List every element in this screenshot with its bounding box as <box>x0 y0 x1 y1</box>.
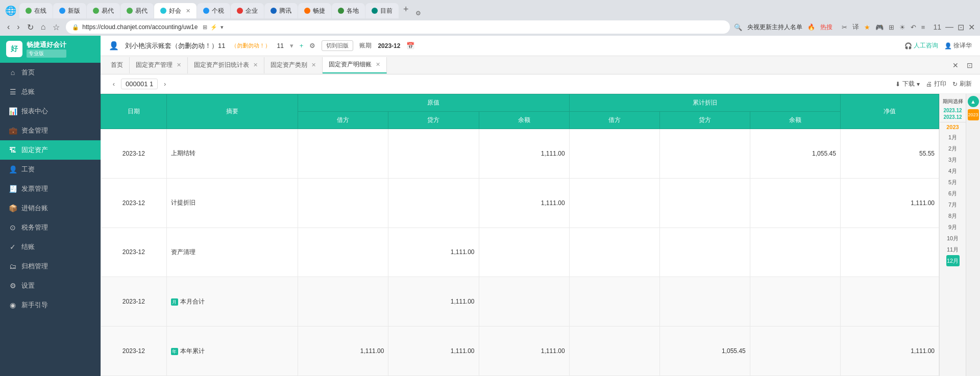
home-icon: ⌂ <box>8 68 17 77</box>
month-12[interactable]: 12月 <box>946 255 960 266</box>
month-3[interactable]: 3月 <box>946 154 960 165</box>
download-dropdown-icon[interactable]: ▾ <box>917 81 920 88</box>
close-all-tabs-button[interactable]: ✕ <box>949 59 962 71</box>
sidebar-item-funds[interactable]: 💼 资金管理 <box>0 121 101 140</box>
sidebar-item-home[interactable]: ⌂ 首页 <box>0 63 101 82</box>
browser-tab-qiye[interactable]: 企业 <box>231 3 264 18</box>
sidebar-item-label: 工资 <box>21 165 35 174</box>
browser-tab-gedi[interactable]: 各地 <box>332 3 365 18</box>
browser-tab-online[interactable]: 在线 <box>19 3 53 18</box>
switch-version-button[interactable]: 切到旧版 <box>322 40 353 51</box>
month-7[interactable]: 7月 <box>946 199 960 210</box>
account-dropdown-icon[interactable]: ▾ <box>290 42 293 49</box>
cell-orig-debit: 1,111.00 <box>298 327 388 376</box>
inventory-icon: 📦 <box>8 204 17 212</box>
service-button[interactable]: 🎧 人工咨询 <box>904 41 938 50</box>
menu-icon[interactable]: ≡ <box>921 23 925 31</box>
print-button[interactable]: 🖨 打印 <box>926 80 946 88</box>
tab-close-icon[interactable]: ✕ <box>376 61 380 68</box>
tab-close-icon[interactable]: ✕ <box>186 8 190 14</box>
bookmark-button[interactable]: ☆ <box>51 21 62 33</box>
sidebar-item-invoice[interactable]: 🧾 发票管理 <box>0 179 101 198</box>
prev-record-button[interactable]: ‹ <box>109 79 119 89</box>
user-button[interactable]: 👤 徐译华 <box>944 41 972 50</box>
cell-net-value: 55.55 <box>840 129 939 179</box>
browser-tab-yidai2[interactable]: 易代 <box>120 3 154 18</box>
browser-tab-geshui[interactable]: 个税 <box>197 3 230 18</box>
tab-label: 目前 <box>380 7 393 15</box>
app-tab-fixed-category[interactable]: 固定资产类别 ✕ <box>264 57 323 73</box>
sidebar-item-payroll[interactable]: 👤 工资 <box>0 160 101 179</box>
sidebar-item-fixed-assets[interactable]: 🏗 固定资产 <box>0 140 101 160</box>
sidebar-item-label: 设置 <box>21 281 35 290</box>
sidebar-item-settings[interactable]: ⚙ 设置 <box>0 276 101 295</box>
undo-icon: ↶ <box>911 23 916 31</box>
next-record-button[interactable]: › <box>160 79 170 89</box>
sidebar-item-closing[interactable]: ✓ 结账 <box>0 237 101 257</box>
expand-tabs-button[interactable]: ⊡ <box>964 59 976 71</box>
cell-accum-debit <box>569 327 659 376</box>
settings-gear-icon[interactable]: ⚙ <box>309 42 315 49</box>
year-2023-badge[interactable]: 2023 <box>968 109 979 120</box>
app-tab-fixed-mgmt[interactable]: 固定资产管理 ✕ <box>130 57 188 73</box>
sidebar-item-tax[interactable]: ⊙ 税务管理 <box>0 218 101 237</box>
th-accum-debit: 借方 <box>569 112 659 129</box>
refresh-button[interactable]: ↻ 刷新 <box>952 80 972 88</box>
month-2[interactable]: 2月 <box>946 143 960 154</box>
browser-tab-tencent[interactable]: 腾讯 <box>264 3 298 18</box>
grid-icon: ⊞ <box>889 23 894 31</box>
home-button[interactable]: ⌂ <box>39 21 48 33</box>
monthly-total-icon: 月 <box>171 298 178 306</box>
app-tab-home[interactable]: 首页 <box>105 57 130 73</box>
sidebar-item-inventory[interactable]: 📦 进销台账 <box>0 198 101 218</box>
minimize-button[interactable]: — <box>945 22 953 32</box>
back-button[interactable]: ‹ <box>5 21 12 33</box>
sidebar-item-reports[interactable]: 📊 报表中心 <box>0 102 101 121</box>
search-text[interactable]: 央视更新主持人名单 <box>747 23 802 32</box>
calendar-icon[interactable]: 📅 <box>406 42 414 49</box>
tab-count-badge[interactable]: 11 <box>933 23 941 31</box>
game-icon: 🎮 <box>875 23 884 31</box>
month-4[interactable]: 4月 <box>946 165 960 177</box>
month-11[interactable]: 11月 <box>946 244 960 255</box>
app-tab-fixed-detail[interactable]: 固定资产明细账 ✕ <box>323 57 387 73</box>
tab-settings-icon[interactable]: ⚙ <box>413 8 424 18</box>
tab-label: 在线 <box>34 7 46 15</box>
cell-accum-credit <box>659 129 750 179</box>
user-avatar-icon[interactable]: 👤 <box>109 41 119 51</box>
month-8[interactable]: 8月 <box>946 210 960 221</box>
browser-tab-changjie[interactable]: 畅捷 <box>298 3 331 18</box>
forward-button[interactable]: › <box>15 21 21 33</box>
add-account-icon[interactable]: + <box>300 42 304 49</box>
url-expand-icon[interactable]: ⊞ <box>203 24 207 31</box>
sidebar-item-label: 首页 <box>21 68 35 77</box>
download-button[interactable]: ⬇ 下载 ▾ <box>895 80 920 88</box>
tab-label: 各地 <box>347 7 359 15</box>
tab-close-icon[interactable]: ✕ <box>177 62 181 68</box>
maximize-button[interactable]: ⊡ <box>958 22 964 32</box>
app-tab-depreciation-table[interactable]: 固定资产折旧统计表 ✕ <box>188 57 264 73</box>
cell-orig-balance: 1,111.00 <box>479 178 569 228</box>
month-10[interactable]: 10月 <box>946 233 960 244</box>
tab-close-icon[interactable]: ✕ <box>253 62 258 68</box>
month-1[interactable]: 1月 <box>946 132 960 143</box>
browser-tab-yidai1[interactable]: 易代 <box>87 3 120 18</box>
url-dropdown-icon[interactable]: ▾ <box>220 24 224 31</box>
new-tab-button[interactable]: + <box>399 4 413 15</box>
month-5[interactable]: 5月 <box>946 177 960 188</box>
sidebar-item-archive[interactable]: 🗂 归档管理 <box>0 257 101 276</box>
browser-tab-new[interactable]: 新版 <box>53 3 86 18</box>
sidebar-item-ledger[interactable]: ☰ 总账 <box>0 82 101 102</box>
tab-close-icon[interactable]: ✕ <box>311 62 316 68</box>
scroll-to-top-button[interactable]: ▲ <box>968 96 979 107</box>
browser-tab-haohui[interactable]: 好会 ✕ <box>154 3 197 18</box>
sidebar-item-guide[interactable]: ◉ 新手引导 <box>0 295 101 315</box>
refresh-button[interactable]: ↻ <box>25 21 36 33</box>
cell-orig-debit <box>298 178 388 228</box>
month-9[interactable]: 9月 <box>946 221 960 233</box>
browser-tab-muqian[interactable]: 目前 <box>365 3 399 18</box>
month-6[interactable]: 6月 <box>946 188 960 199</box>
cell-accum-balance <box>750 277 840 327</box>
url-bar[interactable]: 🔒 https://cloud.chanjet.com/accounting/u… <box>66 20 730 34</box>
close-button[interactable]: ✕ <box>968 22 975 32</box>
